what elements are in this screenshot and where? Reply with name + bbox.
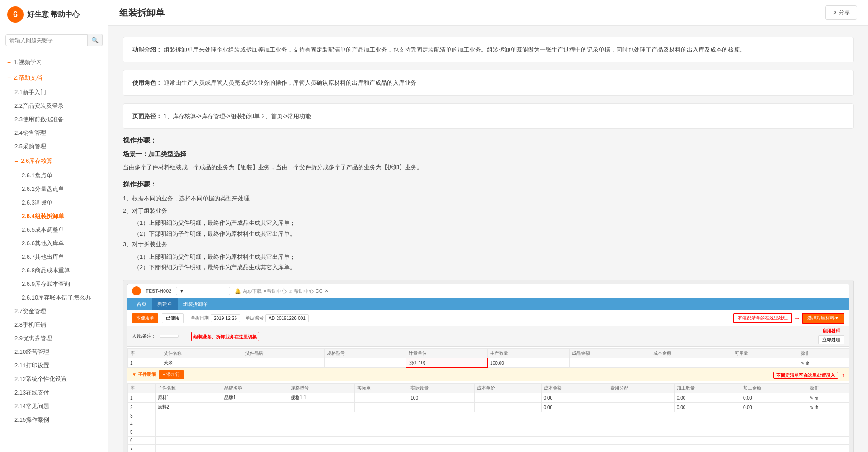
role-text: 使用角色： 通常由生产人员或库管人员完成拆装业务的操作，库管人员确认原材料的出库… — [132, 77, 844, 88]
sidebar-item-purchase[interactable]: 2.5采购管理 — [0, 140, 108, 153]
sidebar-item-data[interactable]: 2.3使用前数据准备 — [0, 113, 108, 126]
mock-tab-list[interactable]: 组装拆卸单 — [178, 298, 213, 310]
mock-company: TEST-H002 — [146, 288, 171, 294]
mock-doc-label: 单据编号 — [245, 315, 264, 321]
sidebar-item-install[interactable]: 2.2产品安装及登录 — [0, 99, 108, 113]
top-bar: 组装拆卸单 ↗ 分享 — [108, 0, 868, 26]
sidebar-item-263[interactable]: 2.6.3调拨单 — [0, 196, 108, 209]
screenshot-container: TEST-H002 ▼ 🔔 App下载 ●帮助中心 ⊕ 帮助中心 CC ✕ — [123, 280, 854, 452]
sidebar: 6 好生意 帮助中心 🔍 + 1.视频学习 − 2.帮助文档 2.1新手入门 2… — [0, 0, 108, 452]
mock-logo-icon — [132, 286, 141, 295]
search-button[interactable]: 🔍 — [88, 34, 103, 46]
step3: 3、对于拆装业务 — [123, 239, 854, 249]
mock-annotation4-area: 启用处理 立即处理 — [818, 328, 844, 344]
mock-annotation1-label: 有装配清单的在这里处理 — [733, 313, 792, 323]
sidebar-item-269[interactable]: 2.6.9库存账本查询 — [0, 277, 108, 291]
mock-tab-bar: 首页 新建单 组装拆卸单 — [127, 298, 849, 310]
table-row: 1 原料1 品牌1 规格1-1 100 0.00 0.00 — [128, 393, 849, 403]
nav-list: + 1.视频学习 − 2.帮助文档 2.1新手入门 2.2产品安装及登录 2.3… — [0, 51, 108, 430]
mock-tab-home[interactable]: 首页 — [131, 298, 152, 310]
sidebar-item-215[interactable]: 2.15操作案例 — [0, 413, 108, 427]
mock-annotation1-area: 有装配清单的在这里处理 → 选择对应材料▼ — [733, 313, 844, 324]
mock-form-fields: 单据日期 2019-12-26 单据编号 AD-20191226-001 — [191, 314, 309, 322]
search-input[interactable] — [5, 34, 88, 46]
sidebar-item-29[interactable]: 2.9优惠券管理 — [0, 332, 108, 345]
mock-lower-table-area: 序 子件名称 品牌名称 规格型号 实际单 实际数量 成本单价 成本金额 费用分配 — [127, 381, 849, 452]
sidebar-item-262[interactable]: 2.6.2分量盘点单 — [0, 182, 108, 196]
mock-lower-table: 序 子件名称 品牌名称 规格型号 实际单 实际数量 成本单价 成本金额 费用分配 — [127, 383, 849, 452]
mock-select[interactable]: ▼ — [176, 287, 230, 295]
sidebar-item-268[interactable]: 2.6.8商品成本重算 — [0, 264, 108, 277]
sidebar-item-214[interactable]: 2.14常见问题 — [0, 400, 108, 413]
share-button[interactable]: ↗ 分享 — [825, 5, 857, 20]
sidebar-item-267[interactable]: 2.6.7其他出库单 — [0, 250, 108, 264]
mock-arrow-right: → — [794, 314, 800, 322]
sidebar-item-new-user[interactable]: 2.1新手入门 — [0, 86, 108, 99]
table-row: 7 — [128, 445, 849, 452]
mock-date-value: 2019-12-26 — [211, 314, 240, 322]
mock-btn-save[interactable]: 本使用单 — [132, 313, 158, 323]
mock-type-switch[interactable]: 组装业务、拆卸业务在这里切换 — [191, 332, 259, 341]
func-intro-block: 功能介绍： 组装拆卸单用来处理企业组装或拆卸等加工业务，支持有固定装配清单的产品… — [123, 37, 854, 62]
scene1-title: 场景一：加工类型选择 — [123, 150, 854, 158]
sidebar-item-28[interactable]: 2.8手机旺铺 — [0, 318, 108, 332]
mock-btn-used[interactable]: 已使用 — [162, 313, 184, 323]
table-row: 5 — [128, 428, 849, 437]
app-logo: 6 — [7, 6, 24, 23]
mock-annotation3-area: 组装业务、拆卸业务在这里切换 — [191, 332, 259, 341]
sidebar-item-video[interactable]: + 1.视频学习 — [0, 55, 108, 70]
mock-annotation5-area: 不固定清单可在这里处置录入 ↑ — [773, 371, 844, 379]
table-row: 4 — [128, 420, 849, 428]
path-block: 页面路径： 1、库存核算->库存管理->组装拆卸单 2、首页->常用功能 — [123, 103, 854, 129]
step2-sub2: （2）下部明细为子件明细，最终作为原材料生成其它出库单。 — [134, 228, 854, 239]
sidebar-item-inventory[interactable]: − 2.6库存核算 — [0, 153, 108, 169]
table-row: 6 — [128, 437, 849, 445]
step2: 2、对于组装业务 — [123, 205, 854, 216]
mock-apply-btn[interactable]: 立即处理 — [818, 335, 844, 344]
step3-sub1: （1）上部明细为父件明细，最终作为原材料生成其它出库单； — [134, 252, 854, 262]
main-area: 组装拆卸单 ↗ 分享 功能介绍： 组装拆卸单用来处理企业组装或拆卸等加工业务，支… — [108, 0, 868, 452]
ops-steps-title: 操作步骤： — [123, 136, 854, 145]
sidebar-item-261[interactable]: 2.6.1盘点单 — [0, 169, 108, 182]
sidebar-item-211[interactable]: 2.11打印设置 — [0, 359, 108, 372]
step3-sub2: （2）下部明细为子件明细，最终作为产成品生成其它入库单。 — [134, 262, 854, 272]
func-intro-text: 功能介绍： 组装拆卸单用来处理企业组装或拆卸等加工业务，支持有固定装配清单的产品… — [132, 44, 844, 55]
mock-doc-value: AD-20191226-001 — [265, 314, 309, 322]
sidebar-item-docs[interactable]: − 2.帮助文档 — [0, 70, 108, 86]
mock-tab-new[interactable]: 新建单 — [152, 298, 178, 310]
steps-subtitle: 操作步骤： — [123, 180, 854, 189]
content-area: 功能介绍： 组装拆卸单用来处理企业组装或拆卸等加工业务，支持有固定装配清单的产品… — [108, 26, 868, 452]
path-text: 页面路径： 1、库存核算->库存管理->组装拆卸单 2、首页->常用功能 — [132, 111, 844, 121]
sidebar-item-265[interactable]: 2.6.5成本调整单 — [0, 223, 108, 237]
page-title: 组装拆卸单 — [119, 7, 165, 19]
mock-add-row-btn[interactable]: + 添加行 — [159, 370, 184, 379]
minus-icon-2: − — [14, 157, 18, 165]
mock-toolbar: 本使用单 已使用 单据日期 2019-12-26 单据编号 AD-2019122… — [127, 310, 849, 326]
sidebar-item-266[interactable]: 2.6.6其他入库单 — [0, 237, 108, 250]
mock-date-label: 单据日期 — [191, 315, 209, 321]
mock-lower-header: ▼ 子件明细 + 添加行 不固定清单可在这里处置录入 ↑ — [127, 368, 849, 381]
plus-icon: + — [7, 59, 11, 66]
step2-sub1: （1）上部明细为父件明细，最终作为产成品生成其它入库单； — [134, 218, 854, 228]
mock-select-material[interactable]: 选择对应材料▼ — [802, 313, 844, 324]
screenshot-mock: TEST-H002 ▼ 🔔 App下载 ●帮助中心 ⊕ 帮助中心 CC ✕ — [123, 280, 853, 452]
sidebar-item-264[interactable]: 2.6.4组装拆卸单 — [0, 209, 108, 223]
scene1-desc: 当由多个子件材料组装成一个成品的业务为【组装】业务，当由一个父件拆分成多个子产品… — [123, 162, 854, 172]
table-row: 2 原料2 0.00 0.00 — [128, 403, 849, 412]
role-block: 使用角色： 通常由生产人员或库管人员完成拆装业务的操作，库管人员确认原材料的出库… — [123, 70, 854, 95]
share-icon: ↗ — [832, 10, 837, 16]
table-row: 1 关米 袋(1-10) 100.00 ✎ 🗑 — [128, 358, 849, 368]
sidebar-item-2610[interactable]: 2.6.10库存账本错了怎么办 — [0, 291, 108, 305]
mock-upper-table-area: 序 父件名称 父件品牌 规格型号 计量单位 生产数量 成品金额 成本金额 可用量 — [127, 348, 849, 368]
table-row: 3 — [128, 412, 849, 420]
app-name: 好生意 帮助中心 — [27, 10, 80, 19]
sidebar-header: 6 好生意 帮助中心 — [0, 0, 108, 29]
screenshot-inner: TEST-H002 ▼ 🔔 App下载 ●帮助中心 ⊕ 帮助中心 CC ✕ — [127, 284, 849, 452]
sidebar-item-sale[interactable]: 2.4销售管理 — [0, 126, 108, 140]
mock-header: TEST-H002 ▼ 🔔 App下载 ●帮助中心 ⊕ 帮助中心 CC ✕ — [127, 284, 849, 298]
sidebar-item-210[interactable]: 2.10经营管理 — [0, 345, 108, 359]
sidebar-item-212[interactable]: 2.12系统个性化设置 — [0, 372, 108, 386]
mock-upper-table: 序 父件名称 父件品牌 规格型号 计量单位 生产数量 成品金额 成本金额 可用量 — [127, 348, 849, 368]
sidebar-item-27[interactable]: 2.7资金管理 — [0, 305, 108, 318]
sidebar-item-213[interactable]: 2.13在线支付 — [0, 386, 108, 400]
